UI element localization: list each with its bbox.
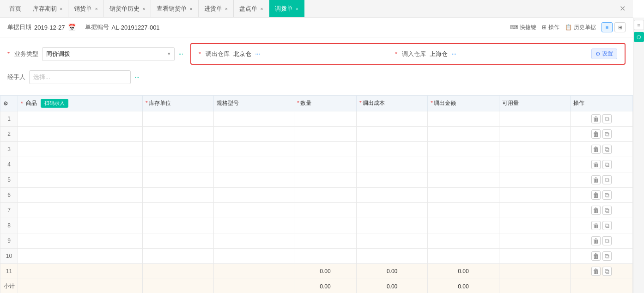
cell-cost-6[interactable] — [356, 188, 427, 203]
cell-unit-2[interactable] — [143, 127, 214, 142]
row-delete-icon[interactable]: 🗑 — [591, 267, 601, 276]
tab-close-transfer-order[interactable]: × — [296, 6, 298, 12]
tab-sales-order[interactable]: 销货单× — [68, 0, 103, 17]
right-panel-external-button[interactable]: ⬡ — [634, 32, 644, 42]
cell-spec-9[interactable] — [214, 233, 294, 249]
settings-button[interactable]: ⚙ 设置 — [591, 49, 617, 59]
row-delete-icon[interactable]: 🗑 — [591, 145, 601, 154]
cell-spec-5[interactable] — [214, 172, 294, 188]
cell-product-5[interactable] — [18, 172, 143, 188]
cell-cost-7[interactable] — [356, 203, 427, 218]
manager-more-button[interactable]: ··· — [134, 73, 139, 81]
cell-amount-8[interactable] — [428, 218, 499, 233]
cell-spec-4[interactable] — [214, 157, 294, 172]
cell-spec-1[interactable] — [214, 111, 294, 127]
cell-cost-1[interactable] — [356, 111, 427, 127]
cell-product-3[interactable] — [18, 142, 143, 157]
tab-inventory-init[interactable]: 库存期初× — [27, 0, 68, 17]
cell-amount-4[interactable] — [428, 157, 499, 172]
row-delete-icon[interactable]: 🗑 — [591, 129, 601, 139]
tab-view-sales[interactable]: 查看销货单× — [151, 0, 198, 17]
cell-quantity-8[interactable] — [294, 218, 356, 233]
cell-cost-10[interactable] — [356, 249, 427, 264]
cell-product-1[interactable] — [18, 111, 143, 127]
row-delete-icon[interactable]: 🗑 — [591, 251, 601, 261]
cell-unit-9[interactable] — [143, 233, 214, 249]
cell-unit-7[interactable] — [143, 203, 214, 218]
tab-sales-history[interactable]: 销货单历史× — [104, 0, 151, 17]
cell-quantity-6[interactable] — [294, 188, 356, 203]
cell-product-7[interactable] — [18, 203, 143, 218]
cell-product-4[interactable] — [18, 157, 143, 172]
row-copy-icon[interactable]: ⧉ — [602, 251, 612, 261]
calendar-icon[interactable]: 📅 — [68, 24, 76, 31]
business-type-more-button[interactable]: ··· — [178, 50, 183, 58]
cell-amount-6[interactable] — [428, 188, 499, 203]
cell-cost-2[interactable] — [356, 127, 427, 142]
cell-cost-3[interactable] — [356, 142, 427, 157]
row-copy-icon[interactable]: ⧉ — [602, 145, 612, 154]
cell-amount-7[interactable] — [428, 203, 499, 218]
cell-product-10[interactable] — [18, 249, 143, 264]
cell-spec-10[interactable] — [214, 249, 294, 264]
cell-spec-7[interactable] — [214, 203, 294, 218]
tab-close-view-sales[interactable]: × — [189, 6, 192, 12]
cell-quantity-2[interactable] — [294, 127, 356, 142]
cell-amount-5[interactable] — [428, 172, 499, 188]
tab-home[interactable]: 首页 — [4, 0, 27, 17]
cell-spec-3[interactable] — [214, 142, 294, 157]
row-delete-icon[interactable]: 🗑 — [591, 236, 601, 245]
row-delete-icon[interactable]: 🗑 — [591, 175, 601, 184]
tab-transfer-order[interactable]: 调拨单× — [269, 0, 304, 17]
layout-grid-button[interactable]: ⊞ — [614, 22, 626, 32]
tab-close-inventory-count[interactable]: × — [260, 6, 263, 12]
row-copy-icon[interactable]: ⧉ — [602, 129, 612, 139]
cell-amount-3[interactable] — [428, 142, 499, 157]
row-copy-icon[interactable]: ⧉ — [602, 114, 612, 123]
cell-quantity-9[interactable] — [294, 233, 356, 249]
row-delete-icon[interactable]: 🗑 — [591, 160, 601, 169]
cell-unit-3[interactable] — [143, 142, 214, 157]
cell-spec-2[interactable] — [214, 127, 294, 142]
cell-cost-8[interactable] — [356, 218, 427, 233]
row-copy-icon[interactable]: ⧉ — [602, 221, 612, 230]
row-copy-icon[interactable]: ⧉ — [602, 236, 612, 245]
tab-inventory-count[interactable]: 盘点单× — [234, 0, 269, 17]
cell-amount-1[interactable] — [428, 111, 499, 127]
tab-close-inventory-init[interactable]: × — [60, 6, 62, 12]
cell-unit-8[interactable] — [143, 218, 214, 233]
cell-amount-2[interactable] — [428, 127, 499, 142]
cell-quantity-5[interactable] — [294, 172, 356, 188]
row-delete-icon[interactable]: 🗑 — [591, 206, 601, 215]
cell-quantity-7[interactable] — [294, 203, 356, 218]
tab-close-sales-history[interactable]: × — [142, 6, 145, 12]
cell-unit-10[interactable] — [143, 249, 214, 264]
warehouse-in-more-button[interactable]: ··· — [451, 50, 456, 58]
tab-close-sales-order[interactable]: × — [95, 6, 97, 12]
cell-quantity-3[interactable] — [294, 142, 356, 157]
history-button[interactable]: 📋 历史单据 — [565, 24, 596, 31]
cell-quantity-10[interactable] — [294, 249, 356, 264]
row-delete-icon[interactable]: 🗑 — [591, 114, 601, 123]
cell-product-9[interactable] — [18, 233, 143, 249]
scan-button[interactable]: 扫码录入 — [41, 99, 68, 108]
cell-unit-1[interactable] — [143, 111, 214, 127]
cell-unit-6[interactable] — [143, 188, 214, 203]
cell-spec-8[interactable] — [214, 218, 294, 233]
manager-select[interactable]: 选择... — [29, 70, 131, 84]
cell-cost-4[interactable] — [356, 157, 427, 172]
warehouse-out-more-button[interactable]: ··· — [255, 50, 260, 58]
shortcut-button[interactable]: ⌨ 快捷键 — [510, 24, 536, 31]
column-gear[interactable]: ⚙ — [0, 96, 18, 111]
row-delete-icon[interactable]: 🗑 — [591, 221, 601, 230]
business-type-select[interactable]: 同价调拨 ▾ — [42, 47, 175, 61]
row-copy-icon[interactable]: ⧉ — [602, 206, 612, 215]
row-copy-icon[interactable]: ⧉ — [602, 267, 612, 276]
cell-cost-5[interactable] — [356, 172, 427, 188]
cell-product-2[interactable] — [18, 127, 143, 142]
cell-product-8[interactable] — [18, 218, 143, 233]
layout-list-button[interactable]: ≡ — [601, 22, 613, 32]
tab-purchase-order[interactable]: 进货单× — [199, 0, 234, 17]
cell-product-6[interactable] — [18, 188, 143, 203]
cell-quantity-1[interactable] — [294, 111, 356, 127]
